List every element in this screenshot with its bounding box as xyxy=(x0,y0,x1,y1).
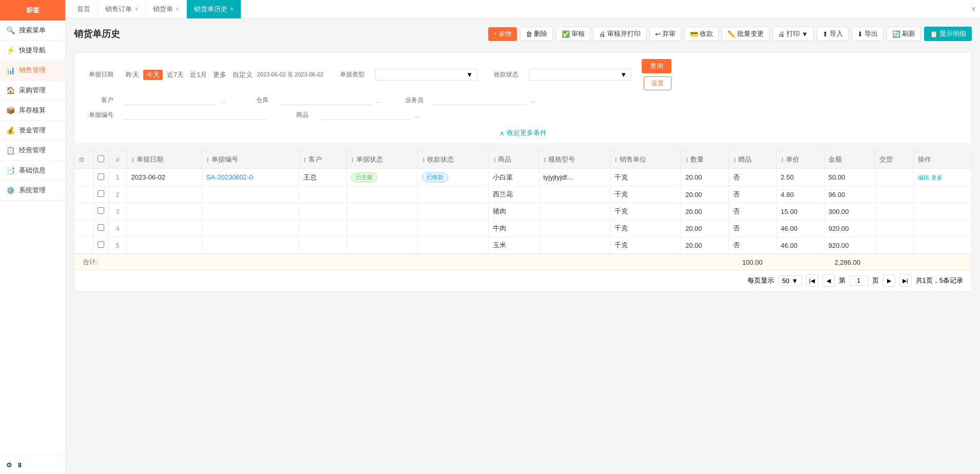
payment-status-select[interactable]: ▼ xyxy=(529,69,631,81)
more-link[interactable]: 更多 xyxy=(931,174,943,181)
row-checkbox[interactable] xyxy=(98,173,104,180)
audit-print-button[interactable]: 🖨 审核并打印 xyxy=(593,27,646,41)
audit-print-icon: 🖨 xyxy=(599,30,606,38)
tab-sales-history-close[interactable]: × xyxy=(230,6,234,12)
refresh-button[interactable]: 🔄 刷新 xyxy=(887,27,921,41)
col-customer[interactable]: ↕ 客户 xyxy=(299,151,347,169)
page-size-value: 50 xyxy=(782,277,789,285)
collect-button[interactable]: 💳 收款 xyxy=(684,27,719,41)
date-btn-7days[interactable]: 近7天 xyxy=(165,70,186,80)
sales-mgmt-icon: 📊 xyxy=(6,66,15,74)
audit-button[interactable]: ✅ 审核 xyxy=(556,27,590,41)
col-doc-date[interactable]: ↕ 单据日期 xyxy=(127,151,202,169)
tab-bar-close[interactable]: × xyxy=(971,5,976,14)
delete-button[interactable]: 🗑 删除 xyxy=(520,27,553,41)
col-doc-number[interactable]: ↕ 单据编号 xyxy=(202,151,299,169)
goods-ellipsis-btn[interactable]: ... xyxy=(413,112,422,119)
col-amount: 金额 xyxy=(824,151,875,169)
col-goods[interactable]: ↕ 商品 xyxy=(489,151,539,169)
batch-change-button[interactable]: ✏️ 批量变更 xyxy=(722,27,770,41)
page-last-btn[interactable]: ▶| xyxy=(899,274,912,287)
row-checkbox[interactable] xyxy=(98,207,104,214)
abandon-button[interactable]: ↩ 弃审 xyxy=(649,27,681,41)
row-payment-status: 已收款 xyxy=(417,169,488,186)
row-checkbox[interactable] xyxy=(98,224,104,231)
sidebar-item-label: 销售管理 xyxy=(19,66,46,75)
col-quantity[interactable]: ↕ 数量 xyxy=(681,151,729,169)
refresh-icon: 🔄 xyxy=(892,30,900,38)
customer-input[interactable] xyxy=(124,95,216,105)
sidebar-item-system-mgmt[interactable]: ⚙️ 系统管理 xyxy=(0,181,65,201)
sidebar-item-basic-info[interactable]: 📑 基础信息 xyxy=(0,161,65,181)
tab-sales-history[interactable]: 销货单历史 × xyxy=(187,0,241,18)
row-checkbox[interactable] xyxy=(98,241,104,248)
salesman-ellipsis-btn[interactable]: ... xyxy=(528,97,537,104)
sidebar-item-search-menu[interactable]: 🔍 搜索菜单 xyxy=(0,21,65,41)
filter-row-2: 客户 ... 仓库 ... 业务员 ... xyxy=(83,95,963,105)
select-all-checkbox[interactable] xyxy=(98,155,104,162)
main-table: ⚙ # ↕ 单据日期 ↕ 单据编号 ↕ 客户 xyxy=(74,151,971,254)
settings-button[interactable]: 设置 xyxy=(644,76,671,90)
tab-home[interactable]: 首页 xyxy=(70,0,98,18)
date-btn-yesterday[interactable]: 昨天 xyxy=(124,70,141,80)
settings-col-icon[interactable]: ⚙ xyxy=(79,156,85,164)
row-checkbox[interactable] xyxy=(98,190,104,197)
tab-sales-order-close[interactable]: × xyxy=(135,6,138,12)
show-detail-button[interactable]: 📋 显示明细 xyxy=(924,27,972,41)
sidebar-item-finance[interactable]: 💰 资金管理 xyxy=(0,121,65,141)
page-number-input[interactable] xyxy=(850,275,868,286)
row-doc-number xyxy=(202,220,299,237)
date-btn-more[interactable]: 更多 xyxy=(211,70,228,80)
tab-sales-order[interactable]: 销售订单 × xyxy=(98,0,146,18)
pagination-bar: 每页显示 50 ▼ |◀ ◀ 第 页 ▶ ▶| 共1页，5条记录 xyxy=(74,270,971,291)
tab-sales-delivery-close[interactable]: × xyxy=(176,6,179,12)
date-btn-today[interactable]: 今天 xyxy=(143,70,163,80)
page-first-btn[interactable]: |◀ xyxy=(806,274,818,287)
import-button[interactable]: ⬆ 导入 xyxy=(817,27,849,41)
new-button[interactable]: + 新增 xyxy=(488,27,517,41)
goods-input[interactable] xyxy=(319,110,411,120)
salesman-input[interactable] xyxy=(434,95,526,105)
docnum-filter-label: 单据编号 xyxy=(83,111,113,120)
col-doc-status[interactable]: ↕ 单据状态 xyxy=(347,151,417,169)
sidebar-item-inventory[interactable]: 📦 库存核算 xyxy=(0,101,65,121)
row-gift: 否 xyxy=(728,220,776,237)
customer-ellipsis-btn[interactable]: ... xyxy=(218,97,227,104)
export-button[interactable]: ⬇ 导出 xyxy=(852,27,883,41)
date-btn-1month[interactable]: 近1月 xyxy=(188,70,209,80)
page-prev-btn[interactable]: ◀ xyxy=(822,274,835,287)
col-gift[interactable]: ↕ 赠品 xyxy=(728,151,776,169)
docnum-input[interactable] xyxy=(124,110,267,120)
sidebar-item-quick-nav[interactable]: ⚡ 快捷导航 xyxy=(0,41,65,61)
doc-type-select[interactable]: ▼ xyxy=(375,69,477,81)
page-title: 销货单历史 xyxy=(74,28,120,40)
sidebar-item-operations[interactable]: 📋 经营管理 xyxy=(0,141,65,161)
col-unit[interactable]: ↕ 销售单位 xyxy=(610,151,681,169)
warehouse-input[interactable] xyxy=(279,95,371,105)
col-payment-status[interactable]: ↕ 收款状态 xyxy=(417,151,488,169)
sidebar-item-sales-mgmt[interactable]: 📊 销售管理 xyxy=(0,61,65,81)
col-unit-price[interactable]: ↕ 单价 xyxy=(776,151,824,169)
sidebar-bottom-icon1[interactable]: ⚙ xyxy=(6,461,12,469)
row-unit: 千克 xyxy=(610,169,681,186)
total-label: 合计: xyxy=(83,258,98,267)
sidebar-item-purchase-mgmt[interactable]: 🏠 采购管理 xyxy=(0,81,65,101)
page-size-select[interactable]: 50 ▼ xyxy=(778,275,801,286)
sidebar-item-label: 基础信息 xyxy=(19,166,46,175)
tab-sales-delivery[interactable]: 销货单 × xyxy=(146,0,187,18)
date-btn-custom[interactable]: 自定义 xyxy=(230,70,255,80)
print-button[interactable]: 🖨 打印 ▼ xyxy=(773,27,814,41)
warehouse-ellipsis-btn[interactable]: ... xyxy=(373,97,382,104)
collect-icon: 💳 xyxy=(690,30,698,38)
sidebar-bottom-icon2[interactable]: ⏸ xyxy=(16,461,23,469)
filter-collapse-btn[interactable]: ∧ 收起更多条件 xyxy=(83,125,963,137)
col-settings[interactable]: ⚙ xyxy=(74,151,93,169)
query-button[interactable]: 查询 xyxy=(642,59,671,73)
table-row: 12023-06-02SA-20230602-0王总已生效已收款小白菜tyjyj… xyxy=(74,169,971,186)
sidebar-item-label: 资金管理 xyxy=(19,126,46,135)
page-next-btn[interactable]: ▶ xyxy=(883,274,895,287)
col-spec[interactable]: ↕ 规格型号 xyxy=(539,151,610,169)
row-settings xyxy=(74,220,93,237)
edit-link[interactable]: 编辑 xyxy=(918,174,929,181)
doc-number-link[interactable]: SA-20230602-0 xyxy=(206,173,253,181)
